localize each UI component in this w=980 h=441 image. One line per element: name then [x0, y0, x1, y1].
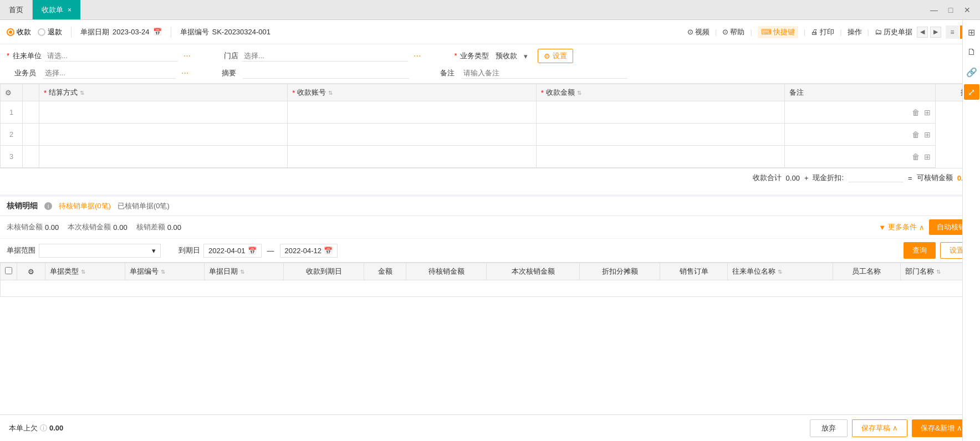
- range-dropdown-icon: ▾: [152, 247, 156, 255]
- copy-icon-2[interactable]: ⊞: [924, 130, 931, 139]
- settings-button[interactable]: ⚙ 设置: [538, 49, 573, 63]
- diff-stat: 核销差额 0.00: [136, 222, 181, 232]
- current-value: 0.00: [113, 223, 127, 232]
- filter-row: 单据范围 ▾ 到期日 2022-04-01 📅 — 2022-04-12 📅: [0, 238, 980, 262]
- shortcut-link[interactable]: ⌨ 快捷键: [758, 26, 798, 38]
- settlement-1[interactable]: [23, 101, 39, 124]
- settlement-3[interactable]: [23, 146, 39, 168]
- settlement-2[interactable]: [23, 124, 39, 146]
- salesperson-more-icon[interactable]: ···: [179, 68, 191, 78]
- done-tab[interactable]: 已核销单据(0笔): [118, 201, 170, 211]
- date-dash: —: [265, 247, 277, 255]
- due-col: 收款到期日: [284, 263, 364, 280]
- shop-more-icon[interactable]: ···: [411, 51, 423, 61]
- table-settings-icon[interactable]: ⚙: [5, 89, 12, 97]
- writeoff-info-icon[interactable]: i: [44, 202, 52, 210]
- help-link[interactable]: ⊙ 帮助: [722, 27, 744, 37]
- copy-icon-3[interactable]: ⊞: [924, 152, 931, 161]
- maximize-button[interactable]: □: [945, 4, 957, 16]
- more-conditions-link[interactable]: ▼ 更多条件 ∧: [879, 222, 925, 232]
- footer-info-icon[interactable]: ⓘ: [40, 423, 47, 433]
- radio-collection[interactable]: 收款: [7, 27, 31, 37]
- query-button[interactable]: 查询: [904, 242, 936, 259]
- biz-type-field: * 业务类型 预收款 ▾ ⚙ 设置: [454, 49, 573, 63]
- sidebar-table-icon[interactable]: ⊞: [964, 24, 979, 40]
- toolbar-row: 收款 退款 单据日期 2023-03-24 📅 单据编号 SK-20230324…: [0, 20, 980, 44]
- account-2[interactable]: [39, 124, 288, 146]
- select-all-checkbox[interactable]: [5, 267, 12, 274]
- draft-dropdown-icon[interactable]: ∧: [892, 424, 898, 432]
- list-view-icon[interactable]: ≡: [946, 25, 959, 39]
- account-1[interactable]: [39, 101, 288, 124]
- next-arrow[interactable]: ▶: [930, 27, 941, 38]
- sidebar-invoice-icon[interactable]: 🗋: [964, 44, 979, 60]
- counterparty-input[interactable]: [45, 50, 178, 61]
- counterparty-more-icon[interactable]: ···: [181, 51, 193, 61]
- calendar-to-icon[interactable]: 📅: [324, 247, 333, 255]
- uncancelled-label: 未核销金额: [7, 222, 43, 232]
- from-date-box[interactable]: 2022-04-01 📅: [203, 244, 262, 258]
- delete-icon-2[interactable]: 🗑: [912, 130, 920, 139]
- to-date-box[interactable]: 2022-04-12 📅: [280, 244, 338, 258]
- range-select[interactable]: ▾: [39, 244, 161, 258]
- diff-value: 0.00: [167, 223, 181, 232]
- tab-current[interactable]: 收款单 ×: [33, 0, 80, 19]
- close-button[interactable]: ✕: [961, 4, 973, 16]
- save-new-dropdown-icon[interactable]: ∧: [957, 424, 962, 432]
- sidebar-link-icon[interactable]: 🔗: [964, 64, 979, 80]
- help-icon: ⊙: [722, 28, 728, 36]
- prev-arrow[interactable]: ◀: [917, 27, 928, 38]
- salesperson-input[interactable]: [43, 68, 176, 79]
- operate-link[interactable]: 操作: [848, 27, 862, 37]
- radio-refund[interactable]: 退款: [38, 27, 62, 37]
- account-3[interactable]: [39, 146, 288, 168]
- calendar-from-icon[interactable]: 📅: [248, 247, 257, 255]
- pending-tab[interactable]: 待核销单据(0笔): [59, 201, 111, 211]
- employee-col: 员工名称: [833, 263, 900, 280]
- range-label: 单据范围: [7, 245, 35, 255]
- note-1[interactable]: [536, 101, 784, 124]
- minimize-button[interactable]: —: [928, 4, 940, 16]
- video-link[interactable]: ⊙ 视频: [687, 27, 710, 37]
- biz-type-dropdown-icon[interactable]: ▾: [524, 52, 528, 60]
- note-2[interactable]: [536, 124, 784, 146]
- checkbox-col-header: [1, 263, 17, 280]
- tab-close-icon[interactable]: ×: [68, 6, 72, 14]
- summary-input[interactable]: [243, 68, 409, 79]
- note-3[interactable]: [536, 146, 784, 168]
- row-num-3: 3: [1, 146, 23, 168]
- amount-2[interactable]: [288, 124, 536, 146]
- form-row-2: 业务员 ··· 摘要 备注: [7, 68, 973, 79]
- settings-col-header: ⚙: [1, 84, 23, 101]
- writeoff-actions: ▼ 更多条件 ∧ 自动核销: [879, 219, 973, 235]
- sidebar-expand-icon[interactable]: ⤢: [964, 84, 979, 100]
- calendar-icon[interactable]: 📅: [153, 28, 162, 36]
- bill-no-value: SK-20230324-001: [212, 28, 271, 36]
- history-link[interactable]: 🗂 历史单据: [875, 27, 912, 37]
- table-row: 3 🗑 ⊞: [1, 146, 980, 168]
- remark-input[interactable]: [461, 68, 627, 79]
- remark-field: 备注: [440, 68, 627, 79]
- diff-label: 核销差额: [136, 222, 165, 232]
- main-content: 收款 退款 单据日期 2023-03-24 📅 单据编号 SK-20230324…: [0, 20, 980, 441]
- plus-sign: +: [804, 174, 809, 182]
- bill-date-value: 2023-03-24: [113, 28, 150, 36]
- copy-icon-1[interactable]: ⊞: [924, 108, 931, 117]
- counterparty-field: * 往来单位 ···: [7, 50, 193, 61]
- delete-icon-3[interactable]: 🗑: [912, 152, 920, 161]
- delete-icon-1[interactable]: 🗑: [912, 108, 920, 117]
- biz-type-label: * 业务类型: [454, 51, 489, 61]
- amount-3[interactable]: [288, 146, 536, 168]
- table-settings-icon-2[interactable]: ⚙: [28, 268, 34, 276]
- abandon-button[interactable]: 放弃: [810, 419, 848, 437]
- draft-button[interactable]: 保存草稿 ∧: [852, 419, 907, 437]
- current-amount-col: 本次核销金额: [487, 263, 580, 280]
- counterparty-label: * 往来单位: [7, 51, 42, 61]
- shop-input[interactable]: [242, 50, 408, 61]
- ops-2: 🗑 ⊞: [785, 124, 936, 146]
- tab-home[interactable]: 首页: [0, 0, 33, 19]
- discount-input[interactable]: [848, 173, 904, 182]
- toolbar-divider-1: [71, 27, 72, 38]
- amount-1[interactable]: [288, 101, 536, 124]
- print-link[interactable]: 🖨 打印: [811, 27, 834, 37]
